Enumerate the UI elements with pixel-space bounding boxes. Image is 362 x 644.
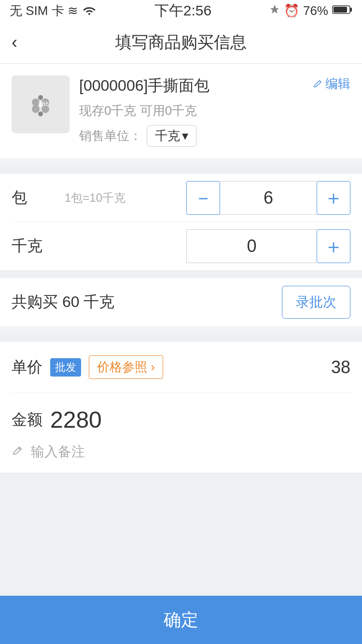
amount-label: 金额 <box>12 409 42 431</box>
kg-row: 千克 ＋ <box>12 222 350 270</box>
price-row: 单价 批发 价格参照 › 38 <box>12 355 350 393</box>
page-title: 填写商品购买信息 <box>115 31 247 54</box>
svg-point-8 <box>38 112 43 116</box>
product-unit-row: 销售单位： 千克 ▾ <box>79 125 350 147</box>
svg-rect-2 <box>334 7 347 13</box>
note-row[interactable]: 输入备注 <box>12 443 350 461</box>
package-quantity-input[interactable] <box>220 181 317 215</box>
status-left: 无 SIM 卡 ≋ <box>10 2 97 19</box>
price-tag-wholesale: 批发 <box>50 358 81 377</box>
package-quantity-control: － ＋ <box>186 181 350 215</box>
kg-label: 千克 <box>12 236 60 257</box>
price-section: 单价 批发 价格参照 › 38 <box>0 342 362 393</box>
package-label: 包 <box>12 187 60 209</box>
unit-select[interactable]: 千克 ▾ <box>147 125 196 147</box>
price-reference-button[interactable]: 价格参照 › <box>89 355 163 379</box>
product-stock: 现存0千克 可用0千克 <box>79 102 350 119</box>
package-hint: 1包=10千克 <box>65 190 125 206</box>
svg-point-7 <box>38 95 43 100</box>
batch-button[interactable]: 录批次 <box>282 286 350 319</box>
pencil-icon <box>12 444 25 461</box>
svg-rect-1 <box>350 8 352 12</box>
total-section: 共购买 60 千克 录批次 <box>0 278 362 326</box>
location-icon <box>269 3 280 18</box>
battery-percent: 76% <box>303 3 328 18</box>
edit-button[interactable]: 编辑 <box>313 75 350 92</box>
section-divider-1 <box>0 166 362 174</box>
alarm-icon: ⏰ <box>284 3 299 18</box>
total-label: 共购买 60 千克 <box>12 292 114 313</box>
no-sim-label: 无 SIM 卡 ≋ <box>10 2 78 19</box>
status-bar: 无 SIM 卡 ≋ 下午2:56 ⏰ 76% <box>0 0 362 21</box>
nav-bar: ‹ 填写商品购买信息 <box>0 21 362 64</box>
note-placeholder: 输入备注 <box>31 443 85 461</box>
price-label: 单价 <box>12 357 42 378</box>
svg-text:计: 计 <box>43 101 49 107</box>
amount-row: 金额 2280 <box>12 406 350 433</box>
price-value: 38 <box>331 357 350 378</box>
product-image: 智 计 <box>12 75 70 133</box>
package-row: 包 1包=10千克 － ＋ <box>12 174 350 222</box>
status-time: 下午2:56 <box>154 1 211 21</box>
amount-section: 金额 2280 输入备注 <box>0 393 362 473</box>
product-info: [0000006]手撕面包 编辑 现存0千克 可用0千克 销售单位： 千克 ▾ <box>79 75 350 147</box>
product-name: [0000006]手撕面包 <box>79 75 209 97</box>
svg-text:智: 智 <box>38 101 43 107</box>
section-divider-3 <box>0 334 362 342</box>
back-button[interactable]: ‹ <box>12 32 17 53</box>
confirm-button[interactable]: 确定 <box>164 608 198 632</box>
wifi-icon <box>82 3 97 18</box>
confirm-bar[interactable]: 确定 <box>0 596 362 644</box>
product-card: 智 计 [0000006]手撕面包 编辑 现存0千克 可用0千克 销售单位： 千… <box>0 64 362 158</box>
status-right: ⏰ 76% <box>269 3 352 18</box>
section-divider-2 <box>0 270 362 278</box>
quantity-section: 包 1包=10千克 － ＋ 千克 ＋ <box>0 174 362 270</box>
amount-value: 2280 <box>50 406 102 433</box>
battery-icon <box>332 3 352 18</box>
kg-plus-button[interactable]: ＋ <box>317 229 350 263</box>
package-plus-button[interactable]: ＋ <box>317 181 350 215</box>
package-minus-button[interactable]: － <box>186 181 220 215</box>
kg-quantity-input[interactable] <box>186 229 317 263</box>
kg-quantity-control: ＋ <box>186 229 350 263</box>
